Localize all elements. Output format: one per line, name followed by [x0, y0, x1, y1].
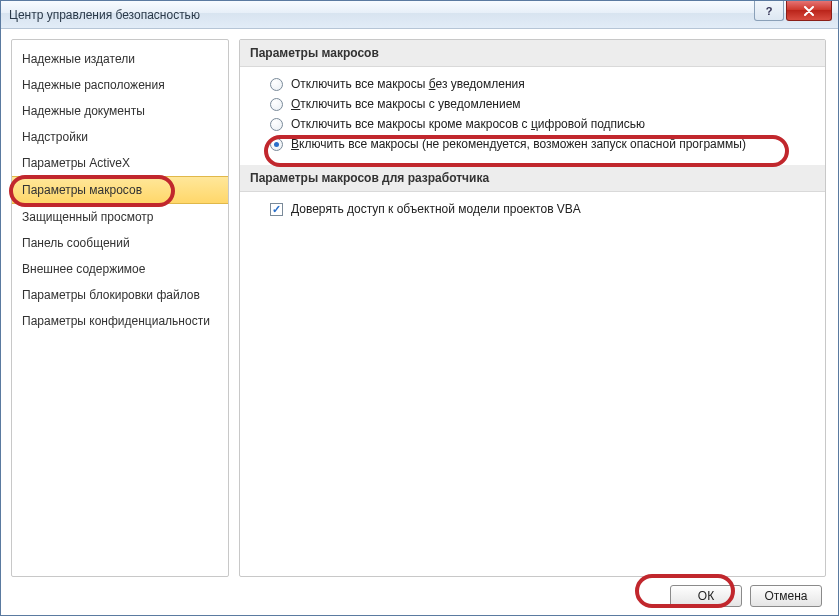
macro-options-group: Отключить все макросы без уведомленияОтк…: [240, 67, 825, 165]
sidebar-item-0[interactable]: Надежные издатели: [12, 46, 228, 72]
help-button[interactable]: ?: [754, 1, 784, 21]
window-title: Центр управления безопасностью: [9, 8, 200, 22]
macro-option-label: Отключить все макросы кроме макросов с ц…: [291, 117, 645, 131]
trust-center-dialog: Центр управления безопасностью ? Надежны…: [0, 0, 839, 616]
section-header-macros: Параметры макросов: [240, 40, 825, 67]
close-icon: [803, 6, 815, 16]
titlebar-buttons: ?: [754, 1, 838, 23]
radio-icon: [270, 138, 283, 151]
sidebar-item-10[interactable]: Параметры конфиденциальности: [12, 308, 228, 334]
trust-vba-label: Доверять доступ к объектной модели проек…: [291, 202, 581, 216]
radio-icon: [270, 78, 283, 91]
macro-option-label: Отключить все макросы без уведомления: [291, 77, 525, 91]
radio-icon: [270, 118, 283, 131]
developer-options-group: Доверять доступ к объектной модели проек…: [240, 192, 825, 230]
sidebar: Надежные издателиНадежные расположенияНа…: [11, 39, 229, 577]
cancel-button[interactable]: Отмена: [750, 585, 822, 607]
sidebar-item-6[interactable]: Защищенный просмотр: [12, 204, 228, 230]
content-pane: Параметры макросов Отключить все макросы…: [239, 39, 826, 577]
sidebar-item-5[interactable]: Параметры макросов: [12, 176, 229, 204]
macro-option-3[interactable]: Включить все макросы (не рекомендуется, …: [270, 137, 807, 151]
client-area: Надежные издателиНадежные расположенияНа…: [1, 29, 838, 615]
dialog-button-row: ОК Отмена: [11, 585, 826, 607]
sidebar-item-8[interactable]: Внешнее содержимое: [12, 256, 228, 282]
sidebar-item-2[interactable]: Надежные документы: [12, 98, 228, 124]
close-button[interactable]: [786, 1, 832, 21]
radio-icon: [270, 98, 283, 111]
titlebar: Центр управления безопасностью ?: [1, 1, 838, 29]
panes: Надежные издателиНадежные расположенияНа…: [11, 39, 826, 577]
macro-option-label: Отключить все макросы с уведомлением: [291, 97, 521, 111]
sidebar-item-9[interactable]: Параметры блокировки файлов: [12, 282, 228, 308]
sidebar-item-3[interactable]: Надстройки: [12, 124, 228, 150]
checkbox-icon: [270, 203, 283, 216]
sidebar-item-4[interactable]: Параметры ActiveX: [12, 150, 228, 176]
macro-option-1[interactable]: Отключить все макросы с уведомлением: [270, 97, 807, 111]
macro-option-2[interactable]: Отключить все макросы кроме макросов с ц…: [270, 117, 807, 131]
sidebar-item-1[interactable]: Надежные расположения: [12, 72, 228, 98]
trust-vba-checkbox-row[interactable]: Доверять доступ к объектной модели проек…: [270, 202, 807, 216]
macro-option-0[interactable]: Отключить все макросы без уведомления: [270, 77, 807, 91]
section-header-developer: Параметры макросов для разработчика: [240, 165, 825, 192]
sidebar-item-7[interactable]: Панель сообщений: [12, 230, 228, 256]
macro-option-label: Включить все макросы (не рекомендуется, …: [291, 137, 746, 151]
ok-button[interactable]: ОК: [670, 585, 742, 607]
